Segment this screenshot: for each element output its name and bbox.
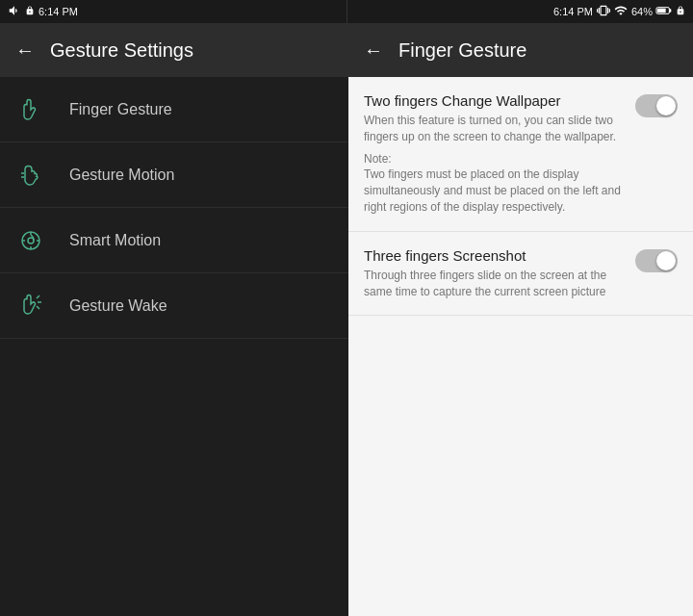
setting-desc-two-fingers: When this feature is turned on, you can … [364,113,624,145]
setting-title-two-fingers: Two fingers Change Wallpaper [364,92,624,109]
gesture-wake-icon [15,291,46,321]
status-bar-right: 6:14 PM 64% [347,0,694,23]
left-back-button[interactable]: ← [15,39,35,62]
menu-item-finger-gesture[interactable]: Finger Gesture [0,77,348,142]
battery-text: 64% [631,6,653,17]
lock-icon-left [25,5,35,18]
finger-gesture-icon [15,94,46,125]
smart-motion-icon [15,225,46,256]
main-content: ← Gesture Settings Finger Gesture Gestur… [0,23,693,616]
lock-icon-right [676,5,685,18]
right-panel-header: ← Finger Gesture [348,23,693,77]
setting-text-two-fingers: Two fingers Change Wallpaper When this f… [364,92,624,216]
menu-item-gesture-motion[interactable]: Gesture Motion [0,142,348,208]
menu-label-finger-gesture: Finger Gesture [69,101,172,118]
right-panel-title: Finger Gesture [398,39,526,62]
toggle-two-fingers[interactable] [635,94,678,117]
status-bar-left: 6:14 PM [0,0,346,23]
time-right: 6:14 PM [553,6,593,17]
menu-item-smart-motion[interactable]: Smart Motion [0,208,348,273]
battery-icon [656,5,672,18]
toggle-three-fingers[interactable] [635,249,678,272]
left-panel-header: ← Gesture Settings [0,23,348,77]
sound-icon [8,4,21,19]
svg-rect-1 [669,9,671,12]
right-panel: ← Finger Gesture Two fingers Change Wall… [348,23,693,616]
signal-icon [614,4,628,19]
setting-text-three-fingers: Three fingers Screenshot Through three f… [364,247,624,300]
svg-rect-2 [657,9,666,13]
setting-item-three-fingers: Three fingers Screenshot Through three f… [348,232,693,317]
menu-label-smart-motion: Smart Motion [69,232,161,249]
time-left: 6:14 PM [38,6,78,17]
status-bar: 6:14 PM 6:14 PM 64% [0,0,693,23]
vibrate-icon [597,4,610,19]
setting-note-two-fingers: Note:Two fingers must be placed on the d… [364,151,624,216]
right-back-button[interactable]: ← [364,39,383,62]
setting-title-three-fingers: Three fingers Screenshot [364,247,624,264]
left-panel-title: Gesture Settings [50,39,193,62]
menu-label-gesture-wake: Gesture Wake [69,297,167,315]
setting-item-two-fingers: Two fingers Change Wallpaper When this f… [348,77,693,232]
setting-desc-three-fingers: Through three fingers slide on the scree… [364,268,624,300]
left-panel: ← Gesture Settings Finger Gesture Gestur… [0,23,348,616]
menu-item-gesture-wake[interactable]: Gesture Wake [0,273,348,339]
menu-label-gesture-motion: Gesture Motion [69,167,174,184]
gesture-motion-icon [15,160,46,191]
